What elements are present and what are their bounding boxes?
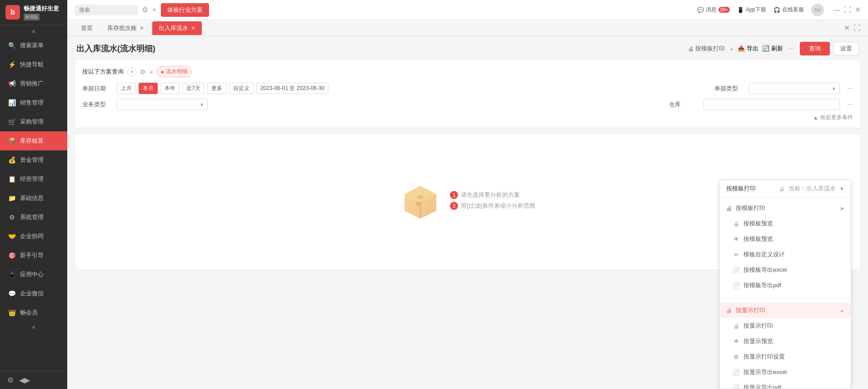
sidebar-scroll-down[interactable]: ▼ bbox=[0, 322, 67, 333]
sidebar-item-sales[interactable]: 📊 销售管理 bbox=[0, 93, 67, 112]
collapse-sidebar-icon[interactable]: ◀▶ bbox=[19, 376, 30, 384]
app-download-btn[interactable]: 📱 App下载 bbox=[737, 6, 766, 14]
dropdown-section-display: 🖨 按显示打印 ▲ 🖨 按显示打印 👁 按显示预览 bbox=[720, 300, 851, 389]
sidebar-item-corp[interactable]: 🤝 企业协同 bbox=[0, 227, 67, 246]
tab-close-icon[interactable]: ✕ bbox=[844, 24, 850, 32]
display-print-item-label: 按显示打印 bbox=[743, 322, 773, 330]
sidebar-label-system: 系统管理 bbox=[20, 213, 44, 221]
dropdown-item-display-preview[interactable]: 👁 按显示预览 bbox=[720, 334, 851, 349]
close-button[interactable]: ✕ bbox=[855, 5, 861, 14]
sidebar-item-app-center[interactable]: 📱 应用中心 bbox=[0, 265, 67, 284]
tab-batch-account[interactable]: 库存批次账 ✕ bbox=[101, 21, 150, 35]
display-pdf-icon: 📄 bbox=[733, 384, 740, 389]
date-btn-7days[interactable]: 近7天 bbox=[182, 83, 205, 94]
message-btn[interactable]: 💬 消息 99+ bbox=[697, 6, 730, 14]
filter-warehouse-input[interactable] bbox=[703, 99, 840, 110]
filter-gear-icon[interactable]: ⚙ bbox=[140, 68, 146, 75]
dropdown-title: 按模板打印 bbox=[726, 185, 756, 193]
print-template-chevron[interactable]: ▲ bbox=[729, 46, 734, 51]
maximize-button[interactable]: ⛶ bbox=[844, 6, 851, 14]
filter-type-more[interactable]: ··· bbox=[847, 85, 853, 93]
sidebar-item-wechat[interactable]: 💬 企业微信 bbox=[0, 284, 67, 303]
wechat-icon: 💬 bbox=[7, 289, 16, 298]
refresh-icon: 🔄 bbox=[762, 45, 769, 52]
tab-batch-account-close[interactable]: ✕ bbox=[140, 25, 144, 31]
sidebar-item-finance[interactable]: 💰 资金管理 bbox=[0, 150, 67, 170]
display-excel-icon: 📄 bbox=[733, 369, 740, 376]
system-icon: ⚙ bbox=[7, 213, 16, 222]
dropdown-section-template: 🖨 按模板打印 ▶ 🖨 按模板预览 👁 按模板预览 bbox=[720, 198, 851, 296]
display-section-chevron: ▲ bbox=[839, 308, 844, 313]
print-template-btn[interactable]: 🖨 按模板打印 bbox=[685, 43, 728, 55]
app-download-label: App下载 bbox=[746, 6, 766, 14]
sidebar-item-inventory[interactable]: 📦 库存核算 bbox=[0, 131, 67, 150]
filter-warehouse-more[interactable]: ··· bbox=[847, 100, 853, 109]
more-actions-btn[interactable]: ··· bbox=[787, 45, 796, 53]
dropdown-item-template-excel[interactable]: 📄 按模板导出excel bbox=[720, 262, 851, 278]
sidebar-item-newbie[interactable]: 🎯 新手引导 bbox=[0, 246, 67, 265]
trial-button[interactable]: 体验行业方案 bbox=[161, 3, 209, 17]
date-btn-this-year[interactable]: 本年 bbox=[160, 83, 180, 94]
sidebar-label-corp: 企业协同 bbox=[20, 232, 44, 240]
tab-flow-close[interactable]: ✕ bbox=[191, 25, 195, 31]
dropdown-item-template-custom[interactable]: ✏ 模板自定义设计 bbox=[720, 247, 851, 262]
tab-home[interactable]: 首页 bbox=[75, 21, 99, 35]
newbie-icon: 🎯 bbox=[7, 251, 16, 260]
step-1-text: 请先选择要分析的方案 bbox=[461, 191, 520, 199]
date-btn-last-month[interactable]: 上月 bbox=[117, 83, 136, 94]
filter-business-select[interactable] bbox=[117, 99, 208, 110]
dropdown-item-template-preview-view[interactable]: 👁 按模板预览 bbox=[720, 231, 851, 247]
sidebar-item-member[interactable]: 👑 畅会员 bbox=[0, 303, 67, 322]
user-avatar[interactable]: Rit bbox=[811, 4, 824, 16]
filter-collapse-row: ▲ 收起更多条件 bbox=[82, 114, 853, 121]
sidebar-item-basic[interactable]: 📁 基础信息 bbox=[0, 189, 67, 208]
filter-date-range: 2023-06-01 至 2023-06-30 bbox=[256, 83, 329, 94]
filter-title-text: 按以下方案查询 bbox=[82, 68, 124, 76]
tab-flow[interactable]: 出入库流水 ✕ bbox=[152, 21, 202, 35]
date-btn-custom[interactable]: 自定义 bbox=[229, 83, 254, 94]
phone-icon: 📱 bbox=[737, 7, 744, 13]
date-btn-this-month[interactable]: 本月 bbox=[139, 83, 158, 94]
tab-expand-icon[interactable]: ⛶ bbox=[853, 24, 861, 32]
service-btn[interactable]: 🎧 在线客服 bbox=[773, 6, 804, 14]
sidebar-item-marketing[interactable]: 📢 营销推广 bbox=[0, 74, 67, 93]
template-preview-label: 按模板预览 bbox=[743, 219, 773, 228]
tab-window-controls: ✕ ⛶ bbox=[844, 24, 861, 32]
sidebar-item-system[interactable]: ⚙ 系统管理 bbox=[0, 208, 67, 227]
headset-icon: 🎧 bbox=[773, 7, 780, 13]
search-input[interactable] bbox=[75, 5, 138, 15]
sidebar-item-purchase[interactable]: 🛒 采购管理 bbox=[0, 112, 67, 131]
display-excel-label: 按显示导出excel bbox=[743, 368, 787, 376]
dropdown-item-display-excel[interactable]: 📄 按显示导出excel bbox=[720, 364, 851, 380]
filter-add-button[interactable]: ＋ bbox=[127, 67, 136, 76]
sidebar-item-operation[interactable]: 📋 经营管理 bbox=[0, 170, 67, 189]
topbar-dropdown-arrow[interactable]: ▼ bbox=[152, 7, 157, 13]
sidebar-item-search[interactable]: 🔍 搜索菜单 bbox=[0, 36, 67, 55]
dropdown-chevron-down[interactable]: ▼ bbox=[839, 186, 844, 191]
edit-icon: ✏ bbox=[733, 251, 740, 258]
filter-collapse-icon[interactable]: « bbox=[150, 68, 153, 75]
settings-bottom-icon[interactable]: ⚙ bbox=[7, 376, 14, 384]
sidebar-scroll-up[interactable]: ▲ bbox=[0, 25, 67, 36]
dropdown-item-display-print[interactable]: 🖨 按显示打印 bbox=[720, 318, 851, 334]
settings-button[interactable]: 设置 bbox=[833, 42, 859, 55]
dropdown-item-display-pdf[interactable]: 📄 按显示导出pdf bbox=[720, 380, 851, 389]
date-btn-more[interactable]: 更多 bbox=[207, 83, 226, 94]
filter-type-select[interactable] bbox=[749, 83, 840, 94]
current-template-label: 当前：出入库流水 bbox=[788, 185, 836, 193]
refresh-btn[interactable]: 🔄 刷新 bbox=[762, 45, 783, 53]
filter-type-label: 单据类型 bbox=[714, 85, 742, 93]
dropdown-item-template-pdf[interactable]: 📄 按模板导出pdf bbox=[720, 278, 851, 293]
display-print-section-header[interactable]: 🖨 按显示打印 ▲ bbox=[720, 303, 851, 318]
tab-flow-label: 出入库流水 bbox=[159, 24, 188, 32]
sidebar-item-quick-nav[interactable]: ⚡ 快捷导航 bbox=[0, 55, 67, 74]
collapse-more-btn[interactable]: ▲ 收起更多条件 bbox=[813, 114, 853, 121]
template-print-section-header[interactable]: 🖨 按模板打印 ▶ bbox=[720, 200, 851, 216]
query-button[interactable]: 查询 bbox=[800, 42, 830, 55]
page-title: 出入库流水(流水明细) bbox=[76, 43, 155, 54]
dropdown-item-display-settings[interactable]: ⚙ 按显示打印设置 bbox=[720, 349, 851, 364]
minimize-button[interactable]: — bbox=[833, 6, 840, 14]
export-btn[interactable]: 📤 导出 bbox=[738, 45, 758, 53]
topbar-gear-icon[interactable]: ⚙ bbox=[142, 5, 148, 14]
dropdown-item-template-preview[interactable]: 🖨 按模板预览 bbox=[720, 216, 851, 231]
